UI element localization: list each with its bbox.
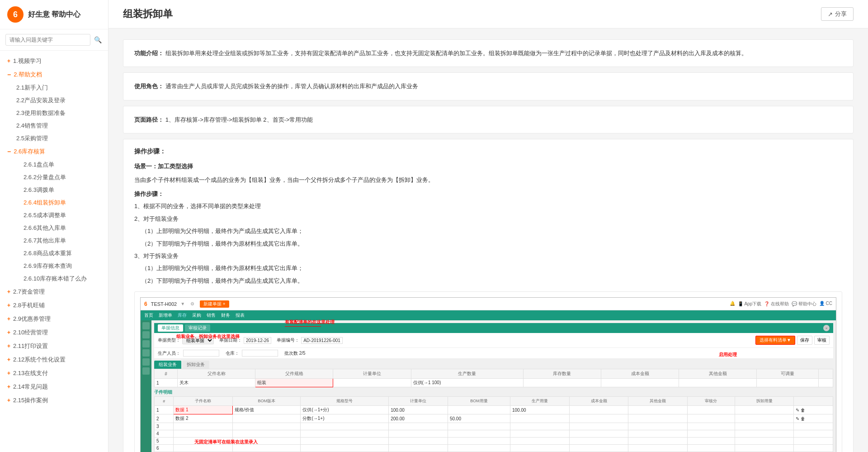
sidebar-item-help-docs[interactable]: − 2.帮助文档: [0, 68, 108, 81]
mock-top-bar: 6 TEST-H002 ▼ ⚙ 新建单据 + 🔔 📱 App下载 ❓ 在线帮助 …: [141, 298, 836, 310]
minus-icon-2: −: [7, 148, 11, 155]
intro-card: 功能介绍： 组装拆卸单用来处理企业组装或拆卸等加工业务，支持有固定装配清单的产品…: [123, 39, 854, 67]
search-box: 🔍: [0, 29, 108, 51]
mock-form-area: 单据类型： 组装单据 拆卸单据 单据日期： 2019-12-26: [154, 333, 833, 348]
sidebar: 6 好生意 帮助中心 🔍 + 1.视频学习 − 2.帮助文档 2.1新手入门 2…: [0, 0, 108, 452]
mock-tab-active: 单据信息: [158, 324, 183, 332]
path-label: 页面路径：: [134, 116, 164, 123]
sidebar-item-print[interactable]: + 2.11打印设置: [0, 339, 108, 353]
mock-table-tabs: 组装业务 拆卸业务: [154, 361, 833, 369]
sidebar-item-payment[interactable]: + 2.13在线支付: [0, 366, 108, 380]
main-content: 功能介绍： 组装拆卸单用来处理企业组装或拆卸等加工业务，支持有固定装配清单的产品…: [108, 29, 868, 452]
plus-icon-7: +: [7, 357, 10, 363]
app-name: 好生意 帮助中心: [28, 10, 80, 19]
mock-bom-select-btn[interactable]: 选择有料清单▼: [755, 336, 795, 345]
intro-text: 组装拆卸单用来处理企业组装或拆卸等加工业务，支持有固定装配清单的产品加工业务，也…: [165, 50, 747, 57]
sidebar-item-stocktake[interactable]: 2.6.1盘点单: [0, 158, 108, 171]
plus-icon: +: [7, 58, 10, 64]
sidebar-item-finance[interactable]: + 2.7资金管理: [0, 285, 108, 299]
scene1-title: 场景一：加工类型选择: [134, 161, 842, 171]
step2: 2、对于组装业务: [134, 214, 842, 224]
plus-icon-5: +: [7, 329, 10, 336]
ops-title: 操作步骤：: [134, 147, 842, 156]
sidebar-item-cases[interactable]: + 2.15操作案例: [0, 394, 108, 407]
sidebar-item-sales[interactable]: 2.4销售管理: [0, 119, 108, 132]
plus-icon-2: +: [7, 289, 10, 295]
sidebar-item-inventory-query[interactable]: 2.6.9库存账本查询: [0, 260, 108, 272]
mock-save-btn[interactable]: 保存: [797, 336, 812, 345]
path-card: 页面路径： 1、库存核算->库存管理->组装拆卸单 2、首页->常用功能: [123, 106, 854, 133]
main-area: 组装拆卸单 ↗ 分享 功能介绍： 组装拆卸单用来处理企业组装或拆卸等加工业务，支…: [108, 0, 868, 452]
plus-icon-8: +: [7, 370, 10, 376]
screenshot-mockup: 6 TEST-H002 ▼ ⚙ 新建单据 + 🔔 📱 App下载 ❓ 在线帮助 …: [140, 297, 836, 452]
sidebar-item-other-out[interactable]: 2.6.7其他出库单: [0, 234, 108, 247]
sidebar-item-faq[interactable]: + 2.14常见问题: [0, 380, 108, 394]
minus-icon: −: [7, 71, 11, 78]
intro-label: 功能介绍：: [134, 50, 164, 57]
share-icon: ↗: [828, 11, 833, 18]
sidebar-item-operations[interactable]: + 2.10经营管理: [0, 326, 108, 339]
sidebar-item-purchase[interactable]: 2.5采购管理: [0, 132, 108, 145]
path-text: 1、库存核算->库存管理->组装拆卸单 2、首页->常用功能: [165, 116, 313, 123]
step3-2: （2）下部明细为子件明细，最终作为产成品生成其它入库单。: [134, 276, 842, 286]
sidebar-item-other-in[interactable]: 2.6.6其他入库单: [0, 222, 108, 234]
mock-company: TEST-H002: [151, 301, 177, 307]
mock-parent-table: #父件名称父件规格计量单位生产数量库存数量成本金额其他金额可调量 1 关木 组装: [154, 369, 833, 387]
share-button[interactable]: ↗ 分享: [821, 7, 854, 21]
mock-disassembly-tab[interactable]: 拆卸业务: [182, 361, 209, 369]
plus-icon-10: +: [7, 397, 10, 404]
mock-tab-inactive: 审核记录: [185, 324, 210, 332]
sidebar-item-personalize[interactable]: + 2.12系统个性化设置: [0, 353, 108, 366]
step2-2: （2）下部明细为子件明细，最终作为原材料生成其它出库单。: [134, 238, 842, 249]
annotation-enable: 启用处理: [719, 352, 737, 358]
sidebar-item-inventory[interactable]: − 2.6库存核算: [0, 145, 108, 158]
annotation-bom: 有装配清单的在这里处理: [285, 319, 335, 327]
sidebar-item-transfer[interactable]: 2.6.3调拨单: [0, 184, 108, 196]
main-header: 组装拆卸单 ↗ 分享: [108, 0, 868, 29]
sidebar-item-cost-recalc[interactable]: 2.6.8商品成本重算: [0, 247, 108, 260]
role-label: 使用角色：: [134, 83, 164, 90]
sidebar-item-inventory-error[interactable]: 2.6.10库存账本错了么办: [0, 272, 108, 285]
sidebar-item-assembly[interactable]: 2.6.4组装拆卸单: [0, 196, 108, 209]
sidebar-item-cost-adjust[interactable]: 2.6.5成本调整单: [0, 209, 108, 222]
search-button[interactable]: 🔍: [93, 35, 103, 44]
mock-audit-btn[interactable]: 审核: [814, 336, 830, 345]
logo-icon: 6: [7, 6, 24, 23]
step3: 3、对于拆装业务: [134, 251, 842, 261]
ops-steps-sub-title: 操作步骤：: [134, 189, 842, 199]
step3-1: （1）上部明细为父件明细，最终作为原材料生成其它出库单；: [134, 263, 842, 273]
mock-new-order-btn: 新建单据 +: [200, 300, 229, 308]
search-input[interactable]: [5, 34, 90, 46]
plus-icon-3: +: [7, 302, 10, 309]
sidebar-header: 6 好生意 帮助中心: [0, 0, 108, 29]
sidebar-item-coupon[interactable]: + 2.9优惠券管理: [0, 312, 108, 326]
mock-body: 单据信息 审核记录 × 单据类型：: [141, 320, 836, 452]
mock-nav-bar: 首页 新增单 库存 采购 销售 财务 报表: [141, 310, 836, 320]
role-text: 通常由生产人员或库管人员完成拆装业务的操作，库管人员确认原材料的出库和产成品的入…: [165, 83, 418, 90]
mock-assembly-tab[interactable]: 组装业务: [154, 361, 181, 369]
mock-main-content: 单据信息 审核记录 × 单据类型：: [151, 320, 836, 452]
plus-icon-9: +: [7, 384, 10, 390]
sidebar-item-partial-stocktake[interactable]: 2.6.2分量盘点单: [0, 171, 108, 184]
mock-warehouse-input[interactable]: [242, 350, 278, 357]
sidebar-item-mobile[interactable]: + 2.8手机旺铺: [0, 299, 108, 312]
mock-close-btn: ×: [823, 325, 830, 331]
sidebar-item-beginner[interactable]: 2.1新手入门: [0, 81, 108, 94]
mock-bottom-table-label: 子件明细: [154, 389, 833, 395]
sidebar-item-video[interactable]: + 1.视频学习: [0, 54, 108, 68]
mock-producer-input[interactable]: [183, 350, 219, 357]
annotation-assembly-type: 组装业务、拆卸业务在这里选择: [176, 333, 240, 340]
plus-icon-6: +: [7, 343, 10, 349]
page-title: 组装拆卸单: [123, 7, 173, 21]
sidebar-item-install[interactable]: 2.2产品安装及登录: [0, 94, 108, 107]
sidebar-item-data-prep[interactable]: 2.3使用前数据准备: [0, 107, 108, 119]
role-card: 使用角色： 通常由生产人员或库管人员完成拆装业务的操作，库管人员确认原材料的出库…: [123, 72, 854, 100]
nav-tree: + 1.视频学习 − 2.帮助文档 2.1新手入门 2.2产品安装及登录 2.3…: [0, 51, 108, 452]
step1: 1、根据不同的业务，选择不同单据的类型来处理: [134, 201, 842, 211]
mock-left-icons: [141, 320, 151, 452]
screenshot-container: 6 TEST-H002 ▼ ⚙ 新建单据 + 🔔 📱 App下载 ❓ 在线帮助 …: [134, 291, 842, 452]
mock-logo: 6: [144, 301, 147, 307]
step2-1: （1）上部明细为父件明细，最终作为产成品生成其它入库单；: [134, 226, 842, 236]
scene1-desc: 当由多个子件材料组装成一个成品的业务为【组装】业务，当由一个父件拆分成多个子产品…: [134, 175, 842, 185]
mock-dialog-header: 单据信息 审核记录 ×: [154, 323, 833, 333]
